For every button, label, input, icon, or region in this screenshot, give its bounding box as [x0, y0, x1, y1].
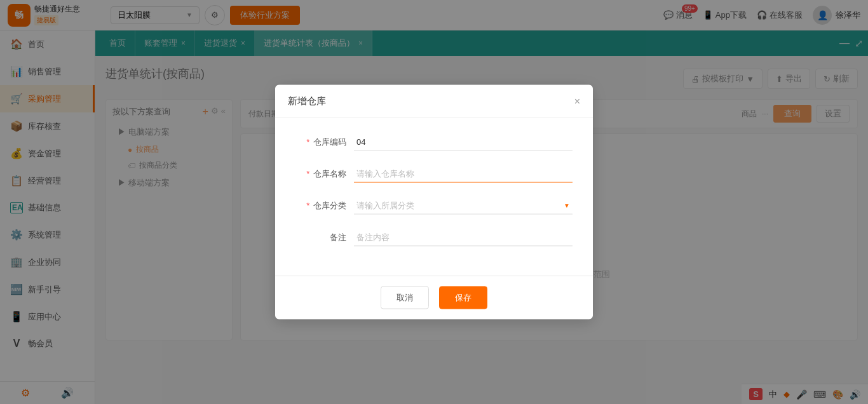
- warehouse-remark-input[interactable]: [354, 229, 573, 246]
- warehouse-code-input[interactable]: [354, 133, 573, 151]
- category-label: * 仓库分类: [295, 200, 346, 212]
- remark-label: 备注: [295, 232, 346, 243]
- cancel-button[interactable]: 取消: [381, 286, 429, 309]
- form-row-category: * 仓库分类: [295, 197, 573, 215]
- code-label: * 仓库编码: [295, 137, 346, 148]
- warehouse-name-input[interactable]: [354, 165, 573, 183]
- form-row-code: * 仓库编码: [295, 133, 573, 151]
- save-button[interactable]: 保存: [439, 286, 487, 309]
- category-required-mark: *: [306, 201, 309, 210]
- dialog-footer: 取消 保存: [275, 276, 593, 320]
- code-required-mark: *: [306, 137, 309, 147]
- warehouse-category-input[interactable]: [354, 197, 573, 215]
- name-label: * 仓库名称: [295, 168, 346, 180]
- form-row-name: * 仓库名称: [295, 165, 573, 183]
- category-field-wrapper: [354, 197, 573, 215]
- dialog-body: * 仓库编码 * 仓库名称 * 仓库分类: [275, 118, 593, 276]
- dialog-header: 新增仓库 ×: [275, 85, 593, 118]
- form-row-remark: 备注: [295, 229, 573, 246]
- dialog-title: 新增仓库: [288, 95, 326, 107]
- name-required-mark: *: [306, 169, 309, 178]
- name-field-wrapper: [354, 165, 573, 183]
- add-warehouse-dialog: 新增仓库 × * 仓库编码 * 仓库名称 *: [275, 85, 593, 320]
- dialog-close-icon[interactable]: ×: [574, 95, 580, 107]
- code-field-wrapper: [354, 133, 573, 151]
- remark-field-wrapper: [354, 229, 573, 246]
